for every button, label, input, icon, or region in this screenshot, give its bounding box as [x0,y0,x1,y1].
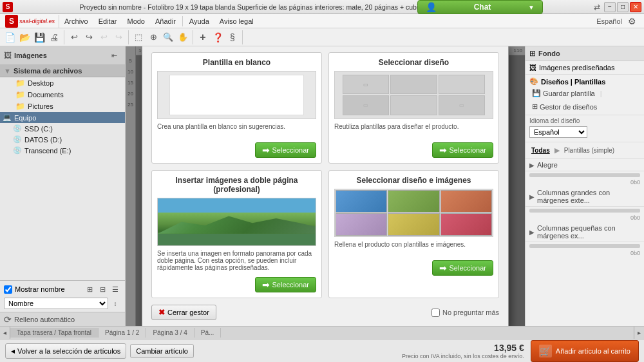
tree-item-pictures[interactable]: 📁 Pictures [0,100,125,112]
designs-label: Diseños | Plantillas [541,78,605,86]
close-btn-label: Cerrar gestor [167,309,209,316]
tree-item-transcend[interactable]: 💿 Transcend (E:) [0,145,125,156]
undo-button[interactable]: ↩ [67,30,81,44]
left-sidebar: 🖼 Imágenes ⇤ ▼ Sistema de archivos 📁 Des… [0,46,126,326]
manager-icon: ⊞ [532,102,538,111]
small-columns-header[interactable]: ▶ Columnas pequeñas con márgenes ex... [526,222,644,242]
back-to-selection-button[interactable]: ◂ Volver a la selección de artículos [5,343,126,359]
design-manager-btn[interactable]: ⊞ Gestor de diseños [529,101,600,112]
new-button[interactable]: 📄 [3,30,17,44]
tab-page-12[interactable]: Página 1 / 2 [99,328,146,338]
grid-view-btn[interactable]: ⊞ [84,283,95,295]
help-button[interactable]: ❓ [211,30,225,44]
menu-aviso[interactable]: Aviso legal [214,16,259,26]
photo-red [440,213,492,236]
expand-icon: ▶ [529,162,535,169]
menu-archivo[interactable]: Archivo [59,16,93,26]
menu-ayuda[interactable]: Ayuda [184,16,214,26]
scroll-right-btn[interactable]: ▸ [634,327,644,339]
maximize-button[interactable]: □ [617,2,629,12]
large-columns-count: 0b0 [526,214,644,222]
sort-button[interactable]: ↕ [109,298,121,309]
hand-button[interactable]: ✋ [176,30,190,44]
double-page-select-button[interactable]: ➡ Seleccionar [255,277,316,292]
name-select[interactable]: Nombre [4,298,108,309]
large-columns-header[interactable]: ▶ Columnas grandes con márgenes exte... [526,187,644,207]
template-dialog: Plantilla en blanco Crea una plantilla e… [142,46,509,326]
add-button[interactable]: + [196,30,210,44]
language-label: Español [596,17,622,25]
tree-item-ssd[interactable]: 💿 SSD (C:) [0,123,125,134]
tg-cell [390,95,437,115]
design-images-select-button[interactable]: ➡ Seleccionar [432,260,493,276]
menu-anadir[interactable]: Añadir [150,16,181,26]
tree-item-equipo[interactable]: 💻 Equipo [0,112,125,123]
images-section-title: Imágenes [14,52,47,59]
minimize-button[interactable]: − [604,2,616,12]
blank-preview [157,71,316,119]
list-view-btn[interactable]: ☰ [109,283,121,295]
menu-editar[interactable]: Editar [93,16,122,26]
add-to-cart-button[interactable]: 🛒 Añadir artículo al carrito [531,340,639,362]
select-design-desc: Reutiliza plantillas para diseñar el pro… [334,123,493,138]
double-page-card: Insertar imágenes a doble página (profes… [151,170,322,298]
no-ask-label: No preguntar más [442,309,499,316]
large-columns-bar [529,209,640,213]
logo-area: S saal-digital.es [1,15,59,28]
name-input-row: Nombre ↕ [4,298,121,309]
designs-actions: 💾 Guardar plantilla | ⊞ Gestor de diseño… [529,88,640,112]
alegre-header[interactable]: ▶ Alegre [526,159,644,171]
blank-select-button[interactable]: ➡ Seleccionar [255,142,316,158]
close-button[interactable]: ✕ [630,2,641,12]
select-design-action: ➡ Seleccionar [334,142,493,158]
bottom-tabs: ◂ Tapa trasera / Tapa frontal Página 1 /… [0,326,644,339]
double-page-preview [157,198,316,246]
zoom-button[interactable]: 🔍 [161,30,175,44]
info-button[interactable]: § [225,30,240,44]
show-name-label: Mostrar nombre [15,285,65,293]
show-name-checkbox[interactable] [4,285,12,294]
cart-icon: 🛒 [539,345,552,357]
tg-cell: ▭ [439,95,485,115]
grid-view-btn2[interactable]: ⊟ [97,283,108,295]
save-template-btn[interactable]: 💾 Guardar plantilla [529,88,598,99]
chat-button[interactable]: 👤 Chat ▼ [417,0,543,14]
designs-section: 🎨 Diseños | Plantillas 💾 Guardar plantil… [526,75,644,115]
tag-plantillas[interactable]: Plantillas (simple) [562,146,616,155]
double-page-title: Insertar imágenes a doble página (profes… [157,176,316,194]
language-select[interactable]: Español [529,126,587,138]
design-images-action: ➡ Seleccionar [334,260,493,276]
mountain-shape [158,210,316,234]
design-images-desc: Rellena el producto con plantillas e imá… [334,241,493,256]
tree-item-label: Pictures [28,102,53,110]
select-design-title: Seleccionar diseño [334,58,493,67]
settings-button[interactable]: ⚙ [625,14,639,28]
tab-page-more[interactable]: Pá... [194,328,222,338]
tree-item-documents[interactable]: 📁 Documents [0,89,125,100]
tag-todas[interactable]: Todas [529,146,552,155]
change-article-button[interactable]: Cambiar artículo [130,344,194,358]
open-button[interactable]: 📂 [17,30,32,44]
blank-action: ➡ Seleccionar [157,142,316,158]
menu-modo[interactable]: Modo [122,16,150,26]
close-manager-button[interactable]: ✖ Cerrar gestor [151,305,216,320]
scroll-left-btn[interactable]: ◂ [0,327,10,339]
no-ask-checkbox[interactable] [431,309,440,317]
network-icon: ⇄ [591,2,603,12]
tree-item-label: Equipo [14,114,36,122]
tab-page-34[interactable]: Página 3 / 4 [146,328,194,338]
zoom-fit-button[interactable]: ⊕ [146,30,160,44]
redo-button[interactable]: ↪ [82,30,96,44]
print-button[interactable]: 🖨 [47,30,61,44]
drive-icon: 💿 [13,135,22,144]
tree-item-datos[interactable]: 💿 DATOS (D:) [0,134,125,145]
tree-item-desktop[interactable]: 📁 Desktop [0,77,125,89]
tab-back-front[interactable]: Tapa trasera / Tapa frontal [10,328,99,338]
select-design-button[interactable]: ➡ Seleccionar [432,142,493,158]
save-button[interactable]: 💾 [32,30,46,44]
sidebar-toggle-button[interactable]: ⇤ [107,48,121,62]
price-sub: Precio con IVA incluido, sin los costes … [402,353,524,359]
predesigned-header[interactable]: 🖼 Imágenes prediseñadas [529,64,640,71]
crop-button[interactable]: ⬚ [131,30,146,44]
tag-separator: ▶ [554,146,560,155]
